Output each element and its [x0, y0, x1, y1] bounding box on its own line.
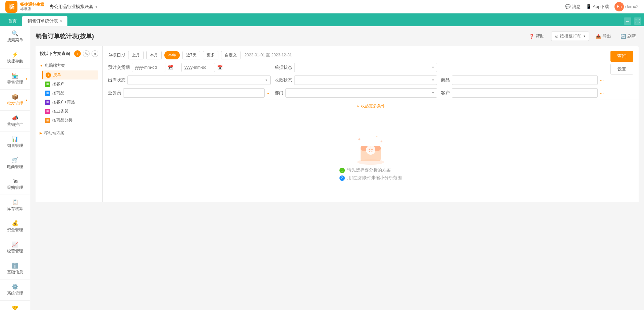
search-icon: 🔍 — [1, 30, 29, 37]
sidebar-item-marketing[interactable]: 📣 营销推广 — [0, 111, 30, 132]
scheme-item-by-customer[interactable]: ▦ 按客户 — [42, 80, 98, 89]
filter-section: 按以下方案查询 + ✎ « ▼ — [36, 46, 639, 202]
sidebar-item-operations[interactable]: 📈 经营管理 — [0, 237, 30, 258]
date-btn-custom[interactable]: 自定义 — [221, 51, 240, 59]
tab-home[interactable]: 首页 — [3, 16, 22, 26]
sidebar-item-collab[interactable]: 🤝 企业协同 — [0, 301, 30, 310]
sidebar-item-purchase[interactable]: 🛍 采购管理 — [0, 174, 30, 195]
sidebar-item-ecommerce[interactable]: 🛒 电商管理 — [0, 153, 30, 174]
ecommerce-icon: 🛒 — [1, 157, 29, 163]
sidebar: 🔍 搜索菜单 ⚡ 快捷导航 🏪 零售管理 📦 批发管理 📣 营销推广 📊 销售管… — [0, 26, 30, 310]
collapse-icon: ∧ — [356, 104, 360, 108]
sidebar-item-finance[interactable]: 💰 资金管理 — [0, 216, 30, 237]
scheme-group-mobile-title[interactable]: ▶ 移动端方案 — [40, 130, 98, 136]
tab-close-icon[interactable]: × — [60, 19, 62, 23]
date-btn-this-year[interactable]: 本年 — [164, 51, 180, 59]
user-menu[interactable]: Ea demo2 — [614, 2, 639, 11]
wholesale-icon: 📦 — [1, 94, 29, 100]
status-field: 单据状态 — [275, 63, 437, 72]
filter-row-1: 单据日期 上月 本月 本年 近7天 更多 自定义 2023-01-01 至 20… — [108, 51, 604, 100]
date-btn-this-month[interactable]: 本月 — [146, 51, 162, 59]
refresh-btn[interactable]: 🔄 刷新 — [618, 32, 639, 41]
date-btn-more[interactable]: 更多 — [203, 51, 218, 59]
scheme-list-desktop: ● 按单 ▦ 按客户 ▦ 按商品 ▦ 按客户+商 — [40, 70, 98, 125]
tab-minimize-btn[interactable]: – — [624, 17, 631, 25]
goods-more-btn[interactable]: ··· — [600, 78, 604, 83]
brand-line1: 畅捷通好生意 — [20, 2, 44, 7]
dept-field: 部门 — [275, 88, 437, 98]
svg-point-5 — [369, 149, 370, 150]
scheme-item-icon-goods: ▦ — [45, 91, 50, 96]
download-icon: 📱 — [586, 4, 591, 9]
svg-text:✦: ✦ — [376, 135, 378, 138]
scheme-item-icon-category: ▦ — [45, 118, 50, 123]
sidebar-item-basic[interactable]: ℹ️ 基础信息 — [0, 258, 30, 279]
scheme-item-icon-salesman: ▦ — [45, 109, 50, 114]
salesman-label: 业务员 — [108, 90, 121, 96]
status-label: 单据状态 — [275, 64, 292, 70]
retail-icon: 🏪 — [1, 72, 29, 79]
message-btn[interactable]: 💬 消息 — [565, 4, 581, 10]
print-arrow-icon: ▼ — [583, 35, 586, 38]
scheme-panel: 按以下方案查询 + ✎ « ▼ — [36, 46, 103, 202]
scheme-item-by-customer-goods[interactable]: ▦ 按客户+商品 — [42, 98, 98, 107]
customer-more-btn[interactable]: ··· — [600, 90, 604, 96]
date-btn-7days[interactable]: 近7天 — [182, 51, 200, 59]
sidebar-item-nav[interactable]: ⚡ 快捷导航 — [0, 47, 30, 68]
logo-text: 畅 — [8, 3, 14, 11]
tab-active[interactable]: 销售订单统计表 × — [22, 16, 67, 26]
goods-input[interactable] — [452, 75, 598, 85]
scheme-group-mobile: ▶ 移动端方案 — [36, 127, 102, 141]
scheme-header: 按以下方案查询 + ✎ « — [36, 50, 102, 60]
customer-input[interactable] — [452, 88, 598, 98]
tab-controls: – ⛶ — [624, 17, 641, 26]
calendar-icon-1: 📅 — [167, 65, 173, 70]
payment-select[interactable] — [294, 75, 437, 85]
customer-field: 客户 ··· — [441, 88, 604, 98]
scheme-item-by-salesman[interactable]: ▦ 按业务员 — [42, 107, 98, 116]
app-download-btn[interactable]: 📱 App下载 — [586, 4, 609, 10]
scheme-item-by-order[interactable]: ● 按单 — [42, 70, 98, 80]
print-btn[interactable]: 🖨 按模板打印 ▼ — [551, 32, 589, 41]
scheme-collapse-btn[interactable]: « — [92, 50, 98, 57]
expected-date-to[interactable] — [181, 63, 215, 72]
delivery-status-field: 出库状态 — [108, 75, 271, 85]
sidebar-item-system[interactable]: ⚙️ 系统管理 — [0, 279, 30, 301]
expected-date-from[interactable] — [132, 63, 165, 72]
scheme-group-desktop-title[interactable]: ▼ 电脑端方案 — [40, 63, 98, 68]
salesman-input[interactable] — [123, 88, 265, 98]
salesman-more-btn[interactable]: ··· — [267, 90, 271, 96]
scheme-group-mobile-arrow-icon: ▶ — [40, 131, 42, 135]
delivery-select[interactable] — [127, 75, 271, 85]
help-btn[interactable]: ❓ 帮助 — [526, 32, 547, 41]
tab-bar: 首页 销售订单统计表 × – ⛶ — [0, 13, 644, 26]
sidebar-item-search[interactable]: 🔍 搜索菜单 — [0, 26, 30, 47]
top-bar: 畅 畅捷通好生意 标准版 办公用品行业模拟账套 ▼ 💬 消息 📱 App下载 E… — [0, 0, 644, 13]
empty-tip2: 2 用[过滤]条件来缩小分析范围 — [339, 174, 402, 182]
dropdown-icon[interactable]: ▼ — [95, 5, 98, 9]
setting-button[interactable]: 设置 — [610, 64, 633, 74]
scheme-item-icon-cg: ▦ — [45, 100, 50, 105]
svg-text:✦: ✦ — [380, 140, 383, 143]
expected-date-label: 预计交货期 — [108, 64, 130, 70]
collapse-bar[interactable]: ∧ 收起更多条件 — [103, 100, 639, 112]
dept-select[interactable] — [285, 88, 437, 98]
scheme-edit-btn[interactable]: ✎ — [83, 50, 90, 57]
page-title: 销售订单统计表(按单) — [36, 32, 94, 40]
sidebar-item-inventory[interactable]: 📋 库存核算 — [0, 195, 30, 216]
scheme-add-btn[interactable]: + — [74, 50, 81, 57]
scheme-item-by-category[interactable]: ▦ 按商品分类 — [42, 116, 98, 125]
main-layout: 🔍 搜索菜单 ⚡ 快捷导航 🏪 零售管理 📦 批发管理 📣 营销推广 📊 销售管… — [0, 26, 644, 310]
query-button[interactable]: 查询 — [610, 51, 633, 62]
collab-icon: 🤝 — [1, 305, 29, 310]
sidebar-item-sales[interactable]: 📊 销售管理 — [0, 132, 30, 153]
status-select[interactable] — [294, 63, 437, 72]
scheme-item-by-goods[interactable]: ▦ 按商品 — [42, 89, 98, 98]
content-area: 销售订单统计表(按单) ❓ 帮助 🖨 按模板打印 ▼ 📤 导出 🔄 刷新 — [30, 26, 644, 310]
date-btn-last-month[interactable]: 上月 — [128, 51, 144, 59]
sidebar-item-retail[interactable]: 🏪 零售管理 — [0, 68, 30, 90]
tab-maximize-btn[interactable]: ⛶ — [634, 17, 641, 25]
export-btn[interactable]: 📤 导出 — [593, 32, 614, 41]
sidebar-item-wholesale[interactable]: 📦 批发管理 — [0, 90, 30, 111]
basic-icon: ℹ️ — [1, 262, 29, 269]
